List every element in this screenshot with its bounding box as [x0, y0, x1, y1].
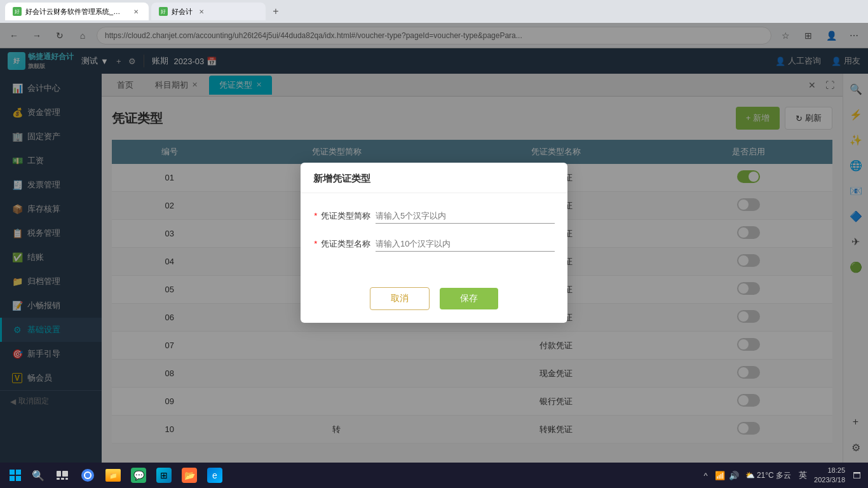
add-voucher-modal: 新增凭证类型 * 凭证类型简称 * 凭证类型名称 取消 保存	[301, 163, 567, 323]
browser-tab-1[interactable]: 好 好会计云财务软件管理系统_会计 ✕	[5, 3, 149, 20]
modal-footer: 取消 保存	[301, 280, 567, 323]
form-row-abbr: * 凭证类型简称	[313, 208, 555, 224]
svg-rect-7	[61, 478, 64, 480]
taskbar: 🔍 📁 💬 ⊞ 📂 e ^ 📶 🔊	[0, 463, 868, 488]
modal-body: * 凭证类型简称 * 凭证类型名称	[301, 193, 567, 280]
taskbar-right: ^ 📶 🔊 ⛅ 21°C 多云 英 18:25 2023/3/18 🗖	[700, 466, 863, 485]
browser-tabs-bar: 好 好会计云财务软件管理系统_会计 ✕ 好 好会计 ✕ +	[0, 0, 868, 23]
taskbar-edge-icon[interactable]: e	[203, 464, 226, 487]
weather-text: 21°C 多云	[757, 471, 791, 480]
browser-tab-2[interactable]: 好 好会计 ✕	[151, 3, 266, 20]
clock: 18:25 2023/3/18	[814, 466, 845, 485]
save-button[interactable]: 保存	[440, 288, 498, 309]
taskbar-files-icon[interactable]: 📂	[178, 464, 201, 487]
sys-tray-speaker[interactable]: 🔊	[728, 469, 740, 482]
clock-date: 2023/3/18	[814, 475, 845, 485]
svg-rect-3	[16, 476, 21, 481]
taskbar-explorer-icon[interactable]: 📁	[102, 464, 125, 487]
svg-rect-8	[65, 478, 68, 480]
svg-rect-6	[57, 478, 60, 480]
explorer-folder-icon: 📁	[105, 469, 121, 482]
modal-title: 新增凭证类型	[313, 173, 370, 184]
clock-time: 18:25	[814, 466, 845, 475]
modal-overlay: 新增凭证类型 * 凭证类型简称 * 凭证类型名称 取消 保存	[0, 23, 868, 463]
new-tab-button[interactable]: +	[268, 4, 283, 19]
form-row-name: * 凭证类型名称	[313, 236, 555, 252]
tab-favicon-2: 好	[159, 7, 168, 16]
store-icon: ⊞	[156, 468, 172, 483]
sys-tray: ^ 📶 🔊	[700, 469, 740, 482]
windows-icon	[9, 469, 22, 482]
svg-rect-2	[10, 476, 15, 481]
svg-rect-0	[10, 470, 15, 475]
cancel-button[interactable]: 取消	[370, 287, 430, 310]
modal-header: 新增凭证类型	[301, 163, 567, 193]
taskbar-wechat-icon[interactable]: 💬	[127, 464, 150, 487]
required-star-abbr: *	[314, 211, 317, 220]
svg-rect-1	[16, 470, 21, 475]
svg-rect-4	[57, 471, 61, 477]
lang-indicator[interactable]: 英	[796, 469, 809, 482]
wechat-icon: 💬	[131, 468, 146, 483]
required-star-name: *	[314, 239, 317, 248]
name-label: * 凭证类型名称	[313, 238, 370, 250]
notification-button[interactable]: 🗖	[850, 469, 863, 482]
start-button[interactable]	[5, 465, 25, 485]
taskbar-search-button[interactable]: 🔍	[28, 465, 48, 485]
edge-icon: e	[207, 468, 222, 483]
tab-label-1: 好会计云财务软件管理系统_会计	[25, 7, 127, 17]
taskbar-chrome-icon[interactable]	[76, 464, 99, 487]
sys-tray-network[interactable]: 📶	[714, 469, 726, 482]
tab-close-2[interactable]: ✕	[196, 6, 207, 17]
tab-close-1[interactable]: ✕	[131, 6, 141, 17]
svg-rect-5	[62, 471, 68, 477]
chrome-icon	[80, 468, 95, 483]
task-view-icon	[57, 471, 68, 480]
taskbar-store-icon[interactable]: ⊞	[153, 464, 175, 487]
abbr-label: * 凭证类型简称	[313, 210, 370, 222]
files-icon: 📂	[182, 468, 197, 483]
tab-label-2: 好会计	[172, 7, 193, 17]
svg-point-11	[85, 473, 90, 478]
sys-tray-expand[interactable]: ^	[700, 469, 712, 482]
weather-info: ⛅ 21°C 多云	[745, 470, 792, 481]
tab-favicon-1: 好	[13, 7, 22, 16]
abbr-input[interactable]	[376, 208, 555, 224]
weather-icon: ⛅	[745, 471, 755, 480]
taskbar-task-view[interactable]	[51, 464, 74, 487]
name-input[interactable]	[376, 236, 555, 252]
